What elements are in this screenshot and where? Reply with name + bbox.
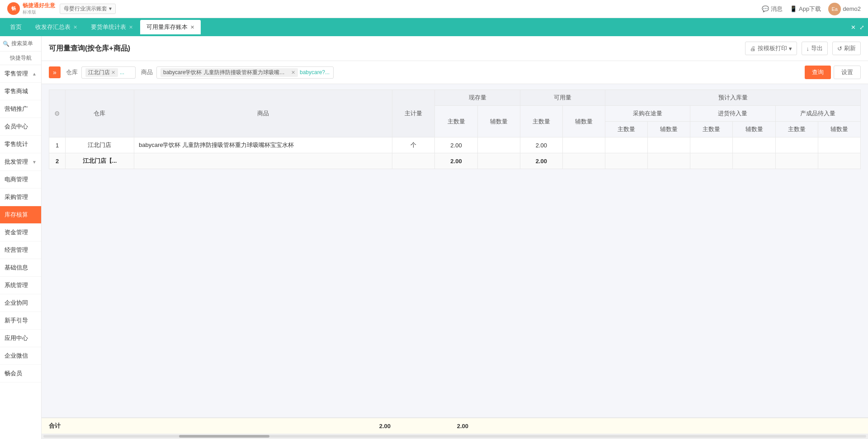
current-stock-header: 现存量 bbox=[435, 90, 520, 106]
product-tag-1-remove[interactable]: ✕ bbox=[291, 70, 295, 76]
tab-available-inventory-close[interactable]: ✕ bbox=[190, 24, 194, 30]
sidebar-section: 零售管理 ▲ 零售商城 营销推广 会员中心 零售统计 批发管理 ▼ 电商管理 bbox=[0, 65, 41, 382]
footer-available-main-total: 2.00 bbox=[429, 423, 468, 430]
sidebar-item-member-center[interactable]: 会员中心 bbox=[0, 118, 41, 136]
tab-stock-summary-close[interactable]: ✕ bbox=[73, 24, 77, 30]
purchasing-main-qty-header: 主数量 bbox=[605, 122, 648, 137]
refresh-button[interactable]: ↺ 刷新 bbox=[832, 42, 861, 55]
sidebar-item-purchase[interactable]: 采购管理 bbox=[0, 189, 41, 206]
sidebar: 🔍 搜索菜单 快捷导航 零售管理 ▲ 零售商城 营销推广 会员中心 零售统计 bbox=[0, 36, 42, 439]
scroll-thumb[interactable] bbox=[179, 435, 269, 438]
row-1-index: 1 bbox=[49, 137, 66, 153]
message-button[interactable]: 💬 消息 bbox=[762, 5, 783, 13]
row-2-incoming-aux-qty bbox=[733, 153, 775, 169]
sidebar-item-retail-stats[interactable]: 零售统计 bbox=[0, 136, 41, 153]
sidebar-item-retail-mall[interactable]: 零售商城 bbox=[0, 83, 41, 100]
incoming-aux-qty-header: 辅数量 bbox=[733, 122, 775, 137]
sidebar-item-wechat[interactable]: 企业微信 bbox=[0, 347, 41, 365]
tab-close-all-icon[interactable]: ✕ bbox=[851, 24, 856, 31]
sidebar-item-app-center[interactable]: 应用中心 bbox=[0, 330, 41, 347]
sidebar-item-system[interactable]: 系统管理 bbox=[0, 277, 41, 294]
tab-requisition-stats[interactable]: 要货单统计表 ✕ bbox=[85, 20, 139, 34]
incoming-header: 进货待入量 bbox=[690, 106, 775, 122]
product-filter-input[interactable]: babycare学饮杯 儿童防摔防撞吸管杯重力球吸嘴杯宝宝水杯 ✕ babyca… bbox=[156, 66, 334, 79]
settings-col-header[interactable]: ⚙ bbox=[49, 90, 66, 137]
sidebar-item-guide[interactable]: 新手引导 bbox=[0, 312, 41, 330]
chevron-down-icon: ▾ bbox=[109, 5, 112, 12]
export-button[interactable]: ↓ 导出 bbox=[802, 42, 828, 55]
search-icon: 🔍 bbox=[3, 41, 9, 47]
warehouse-tag-remove[interactable]: ✕ bbox=[111, 70, 115, 76]
sidebar-item-collaboration[interactable]: 企业协同 bbox=[0, 294, 41, 312]
production-aux-qty-header: 辅数量 bbox=[818, 122, 860, 137]
logo-icon: 畅 bbox=[7, 2, 20, 15]
print-template-label: 按模板打印 bbox=[758, 44, 787, 52]
sidebar-item-ecommerce[interactable]: 电商管理 bbox=[0, 171, 41, 189]
tab-available-inventory[interactable]: 可用量库存账本 ✕ bbox=[140, 20, 201, 34]
tab-bar-actions: ✕ ⤢ bbox=[851, 24, 864, 31]
row-2-main-unit bbox=[392, 153, 435, 169]
tab-requisition-stats-close[interactable]: ✕ bbox=[129, 24, 133, 30]
current-main-qty-header: 主数量 bbox=[435, 106, 477, 137]
sidebar-item-basic-info[interactable]: 基础信息 bbox=[0, 259, 41, 277]
warehouse-filter-input[interactable]: 江北门店 ✕ ... bbox=[81, 66, 136, 79]
industry-selector[interactable]: 母婴行业演示账套 ▾ bbox=[60, 4, 116, 14]
sidebar-item-finance[interactable]: 资金管理 bbox=[0, 224, 41, 241]
industry-label: 母婴行业演示账套 bbox=[64, 5, 107, 13]
row-1-available-aux-qty bbox=[562, 137, 605, 153]
table-row: 1 江北门店 babycare学饮杯 儿童防摔防撞吸管杯重力球吸嘴杯宝宝水杯 个… bbox=[49, 137, 861, 153]
print-template-button[interactable]: 🖨 按模板打印 ▾ bbox=[745, 42, 797, 55]
query-button[interactable]: 查询 bbox=[805, 66, 831, 79]
product-more-button[interactable]: babycare?... bbox=[300, 69, 330, 76]
row-1-current-aux-qty bbox=[477, 137, 520, 153]
sidebar-item-retail-mgmt-label: 零售管理 bbox=[5, 70, 28, 78]
sidebar-item-marketing[interactable]: 营销推广 bbox=[0, 100, 41, 118]
avatar: Ea bbox=[828, 3, 841, 15]
table-header-row-1: ⚙ 仓库 商品 主计量 现存量 可用量 预计入库量 bbox=[49, 90, 861, 106]
filter-bar: » 仓库 江北门店 ✕ ... 商品 babycare学饮杯 儿童防摔防撞吸管杯… bbox=[42, 61, 868, 84]
sidebar-item-inventory[interactable]: 库存核算 bbox=[0, 206, 41, 224]
footer-label: 合计 bbox=[49, 422, 352, 430]
sidebar-quick-nav[interactable]: 快捷导航 bbox=[0, 52, 41, 65]
user-area[interactable]: Ea demo2 bbox=[828, 3, 861, 15]
sidebar-item-retail-mgmt[interactable]: 零售管理 ▲ bbox=[0, 65, 41, 83]
sidebar-item-wholesale[interactable]: 批发管理 ▼ bbox=[0, 153, 41, 171]
tab-home[interactable]: 首页 bbox=[4, 20, 28, 34]
row-1-warehouse: 江北门店 bbox=[66, 137, 134, 153]
sidebar-search-label: 搜索菜单 bbox=[11, 40, 33, 47]
filter-expand-button[interactable]: » bbox=[49, 66, 61, 78]
row-2-warehouse: 江北门店【... bbox=[66, 153, 134, 169]
sidebar-item-member-vip[interactable]: 畅会员 bbox=[0, 365, 41, 382]
incoming-main-qty-header: 主数量 bbox=[690, 122, 733, 137]
sidebar-item-retail-stats-label: 零售统计 bbox=[5, 140, 28, 148]
sidebar-item-wholesale-label: 批发管理 bbox=[5, 158, 28, 166]
sidebar-search[interactable]: 🔍 搜索菜单 bbox=[0, 36, 41, 52]
sidebar-item-basic-info-label: 基础信息 bbox=[5, 264, 28, 272]
product-tag-1-label: babycare学饮杯 儿童防摔防撞吸管杯重力球吸嘴杯宝宝水杯 bbox=[163, 69, 290, 76]
top-bar: 畅 畅捷通好生意 标准版 母婴行业演示账套 ▾ 💬 消息 📱 App下载 Ea … bbox=[0, 0, 868, 18]
sidebar-item-operations[interactable]: 经营管理 bbox=[0, 241, 41, 259]
page-title: 可用量查询(按仓库+商品) bbox=[49, 44, 130, 53]
sidebar-item-member-vip-label: 畅会员 bbox=[5, 369, 22, 378]
sidebar-item-app-center-label: 应用中心 bbox=[5, 334, 28, 342]
tab-stock-summary-label: 收发存汇总表 bbox=[35, 23, 71, 31]
main-layout: 🔍 搜索菜单 快捷导航 零售管理 ▲ 零售商城 营销推广 会员中心 零售统计 bbox=[0, 36, 868, 439]
sidebar-item-guide-label: 新手引导 bbox=[5, 316, 28, 325]
app-download-button[interactable]: 📱 App下载 bbox=[790, 5, 821, 13]
message-label: 消息 bbox=[771, 5, 783, 13]
tab-stock-summary[interactable]: 收发存汇总表 ✕ bbox=[29, 20, 84, 34]
available-aux-qty-header: 辅数量 bbox=[562, 106, 605, 137]
tab-expand-icon[interactable]: ⤢ bbox=[859, 24, 864, 31]
top-bar-left: 畅 畅捷通好生意 标准版 母婴行业演示账套 ▾ bbox=[7, 2, 116, 15]
warehouse-more-button[interactable]: ... bbox=[120, 69, 124, 76]
table-scroll-bar[interactable] bbox=[42, 434, 868, 439]
sidebar-item-system-label: 系统管理 bbox=[5, 281, 28, 289]
tab-bar: 首页 收发存汇总表 ✕ 要货单统计表 ✕ 可用量库存账本 ✕ ✕ ⤢ bbox=[0, 18, 868, 36]
gear-icon: ⚙ bbox=[54, 110, 60, 117]
row-2-available-aux-qty bbox=[562, 153, 605, 169]
available-header: 可用量 bbox=[520, 90, 605, 106]
scroll-track bbox=[43, 435, 866, 438]
current-aux-qty-header: 辅数量 bbox=[477, 106, 520, 137]
warehouse-filter-group: 仓库 江北门店 ✕ ... bbox=[66, 66, 136, 79]
setting-button[interactable]: 设置 bbox=[834, 66, 861, 79]
